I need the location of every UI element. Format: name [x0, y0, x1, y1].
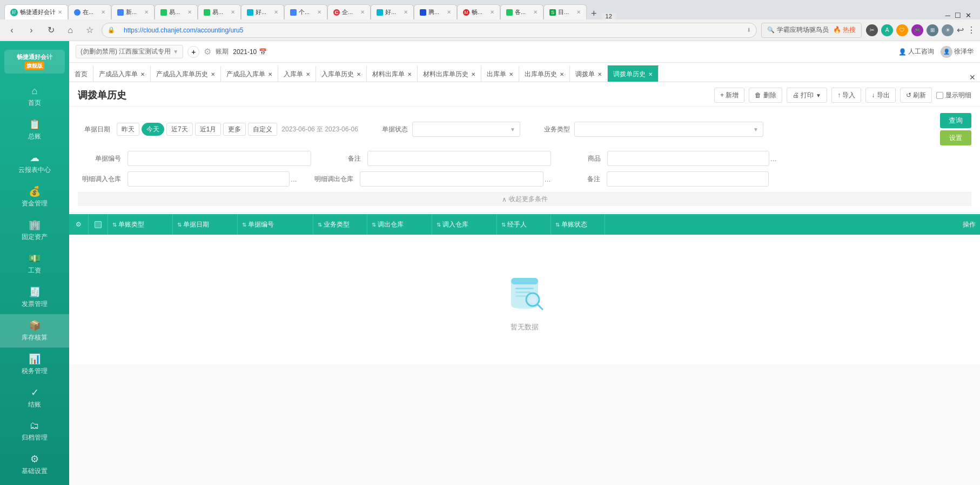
th-handler[interactable]: ⇅ 经手人	[497, 214, 551, 235]
tab-count-badge[interactable]: 12	[601, 13, 616, 19]
date-btn-today[interactable]: 今天	[142, 123, 164, 136]
header-checkbox[interactable]	[95, 221, 102, 228]
browser-tab-3[interactable]: 新... ✕	[111, 4, 155, 19]
date-btn-more[interactable]: 更多	[223, 123, 246, 136]
date-btn-yesterday[interactable]: 昨天	[117, 123, 139, 136]
add-org-button[interactable]: +	[187, 46, 199, 58]
refresh-button[interactable]: ↺ 刷新	[900, 88, 932, 103]
reload-button[interactable]: ↻	[43, 23, 58, 38]
org-selector[interactable]: (勿删勿禁用) 江西服宝测试专用 ▼	[76, 45, 183, 58]
period-selector[interactable]: 2021-10 📅	[233, 48, 267, 56]
tab-close-12[interactable]: ✕	[533, 9, 538, 15]
home-button[interactable]: ⌂	[63, 23, 78, 38]
tab-in-order[interactable]: 入库单 ✕	[278, 65, 316, 82]
tab-out-order-history[interactable]: 出库单历史 ✕	[519, 65, 570, 82]
out-warehouse-select[interactable]	[360, 171, 543, 187]
sidebar-item-close[interactable]: ✓ 结账	[0, 381, 69, 415]
tab-close-7[interactable]: ✕	[317, 9, 321, 15]
export-button[interactable]: ↓ 导出	[865, 88, 895, 103]
tab-in-order-close[interactable]: ✕	[306, 71, 310, 77]
back-button[interactable]: ‹	[4, 23, 19, 38]
settings-filter-button[interactable]: 设置	[940, 130, 971, 145]
goods-more-icon[interactable]: ...	[770, 154, 777, 163]
th-checkbox[interactable]	[89, 214, 108, 235]
tab-transfer-order-history[interactable]: 调拨单历史 ✕	[608, 65, 659, 82]
out-warehouse-field[interactable]: ...	[360, 171, 551, 187]
tab-close-8[interactable]: ✕	[360, 9, 365, 15]
sidebar-item-ledger[interactable]: 📋 总账	[0, 113, 69, 147]
th-type[interactable]: ⇅ 单账类型	[108, 214, 173, 235]
ext-shield[interactable]: 🛡	[896, 24, 908, 36]
browser-tab-10[interactable]: 腾... ✕	[414, 4, 457, 19]
display-checkbox[interactable]	[936, 92, 943, 99]
import-button[interactable]: ↑ 导入	[831, 88, 861, 103]
browser-tab-2[interactable]: 在... ✕	[68, 4, 111, 19]
ext-grid[interactable]: ⊞	[927, 24, 938, 36]
browser-tab-12[interactable]: 各... ✕	[500, 4, 543, 19]
browser-tab-8[interactable]: C 企... ✕	[327, 4, 371, 19]
sidebar-item-inventory[interactable]: 📦 库存核算	[0, 314, 69, 348]
status-select[interactable]: ▼	[412, 122, 520, 137]
browser-tab-9[interactable]: 好... ✕	[371, 4, 414, 19]
ext-game[interactable]: 🎮	[911, 24, 923, 36]
tab-home[interactable]: 首页	[69, 65, 93, 82]
doc-no-input[interactable]	[127, 151, 311, 166]
search-button[interactable]: 查询	[940, 113, 971, 128]
date-btn-1month[interactable]: 近1月	[195, 123, 221, 136]
tab-material-out[interactable]: 材料出库单 ✕	[367, 65, 418, 82]
date-btn-7days[interactable]: 近7天	[166, 123, 193, 136]
in-warehouse-more-icon[interactable]: ...	[291, 175, 297, 183]
sidebar-item-archive[interactable]: 🗂 归档管理	[0, 415, 69, 448]
tab-finished-goods-in-history-close[interactable]: ✕	[211, 71, 215, 77]
browser-tab-11[interactable]: M 畅... ✕	[457, 4, 500, 19]
in-warehouse-select[interactable]	[127, 171, 290, 187]
sidebar-item-invoice[interactable]: 🧾 发票管理	[0, 281, 69, 314]
tab-out-order[interactable]: 出库单 ✕	[481, 65, 519, 82]
tab-out-order-close[interactable]: ✕	[509, 71, 513, 77]
th-date[interactable]: ⇅ 单据日期	[173, 214, 238, 235]
forward-button[interactable]: ›	[24, 23, 39, 38]
goods-select[interactable]	[607, 151, 769, 166]
tab-material-out-history-close[interactable]: ✕	[471, 71, 475, 77]
tab-out-order-history-close[interactable]: ✕	[560, 71, 564, 77]
tab-in-order-history[interactable]: 入库单历史 ✕	[316, 65, 367, 82]
collapse-bar[interactable]: ∧ 收起更多条件	[78, 192, 971, 206]
detail-remark-input[interactable]	[607, 171, 769, 187]
sidebar-item-tax[interactable]: 📊 税务管理	[0, 348, 69, 381]
tab-material-out-close[interactable]: ✕	[407, 71, 412, 77]
sidebar-item-home[interactable]: ⌂ 首页	[0, 80, 69, 113]
th-biz[interactable]: ⇅ 业务类型	[313, 214, 367, 235]
tab-finished-goods-in[interactable]: 产成品入库单 ✕	[93, 65, 151, 82]
minimize-button[interactable]: ─	[945, 11, 950, 19]
tab-transfer-order-history-close[interactable]: ✕	[648, 71, 653, 77]
gear-settings-icon[interactable]: ⚙	[204, 46, 211, 57]
delete-button[interactable]: 🗑 删除	[749, 88, 782, 103]
ext-translate[interactable]: A	[881, 24, 893, 36]
new-tab-button[interactable]: +	[587, 8, 601, 19]
sidebar-item-settings[interactable]: ⚙ 基础设置	[0, 448, 69, 481]
browser-tab-5[interactable]: 易... ✕	[198, 4, 241, 19]
tab-close-9[interactable]: ✕	[404, 9, 408, 15]
sidebar-item-finance[interactable]: 💰 资金管理	[0, 180, 69, 214]
browser-tab-4[interactable]: 易... ✕	[155, 4, 198, 19]
close-all-tabs[interactable]: ✕	[965, 73, 980, 82]
maximize-button[interactable]: ☐	[955, 11, 961, 19]
ext-menu[interactable]: ⋮	[967, 25, 976, 35]
display-toggle[interactable]: 显示明细	[936, 91, 971, 100]
date-btn-custom[interactable]: 自定义	[248, 123, 277, 136]
ext-brightness[interactable]: ☀	[942, 24, 954, 36]
sidebar-item-cloud-report[interactable]: ☁ 云报表中心	[0, 147, 69, 180]
goods-field[interactable]: ...	[607, 151, 777, 166]
tab-close-10[interactable]: ✕	[447, 9, 451, 15]
th-settings[interactable]: ⚙	[69, 214, 89, 235]
in-warehouse-field[interactable]: ...	[127, 171, 297, 187]
tab-finished-goods-in-close[interactable]: ✕	[140, 71, 145, 77]
tab-material-out-history[interactable]: 材料出库单历史 ✕	[418, 65, 481, 82]
browser-tab-13[interactable]: S 目... ✕	[543, 4, 587, 19]
tab-transfer-order[interactable]: 调拨单 ✕	[570, 65, 608, 82]
ext-undo[interactable]: ↩	[957, 25, 964, 35]
out-warehouse-more-icon[interactable]: ...	[545, 175, 551, 183]
biz-type-select[interactable]: ▼	[574, 122, 763, 137]
search-bar[interactable]: 🔍 学霸应聘场驱鸟员 🔥 热搜	[761, 23, 862, 38]
new-button[interactable]: + 新增	[714, 88, 744, 103]
